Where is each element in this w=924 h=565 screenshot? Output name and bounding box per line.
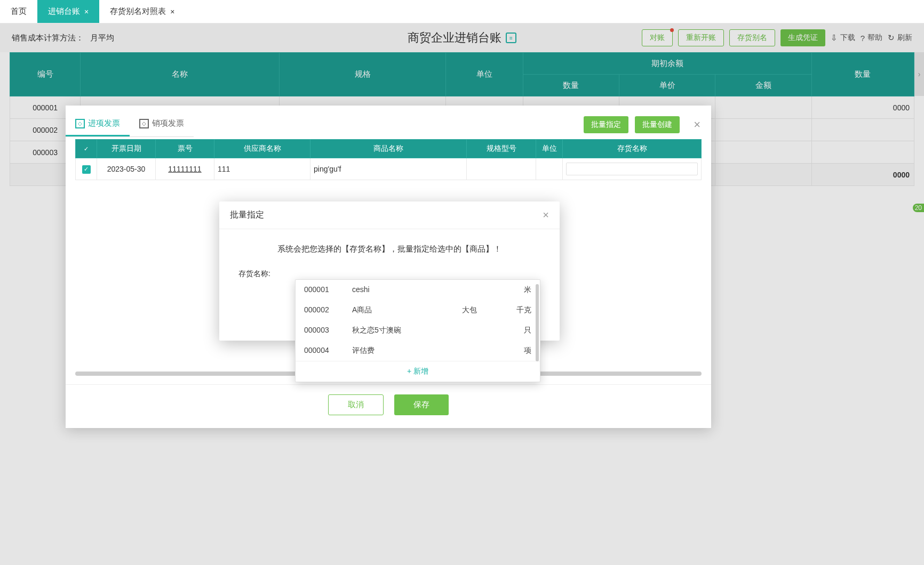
tab-home[interactable]: 首页	[0, 0, 37, 23]
col-amount: 金额	[715, 75, 811, 96]
gen-voucher-button[interactable]: 生成凭证	[780, 29, 825, 46]
stock-input[interactable]	[566, 163, 698, 175]
col-spec: 规格	[279, 53, 446, 96]
dropdown-item[interactable]: 000003 秋之恋5寸澳碗 只	[296, 320, 540, 341]
download-button[interactable]: ⇩ 下载	[831, 33, 855, 43]
dropdown-add[interactable]: + 新增	[296, 361, 540, 382]
col-unit: 单位	[536, 140, 563, 158]
download-icon: ⇩	[831, 33, 838, 43]
col-date: 开票日期	[97, 140, 156, 158]
badge: 20	[913, 204, 924, 212]
col-qty: 数量	[523, 75, 619, 96]
modal-title: 批量指定	[230, 209, 264, 221]
batch-create-button[interactable]: 批量创建	[635, 116, 680, 133]
invoice-no-link[interactable]: 11111111	[156, 158, 214, 180]
invoice-tab-out[interactable]: 销项发票	[130, 112, 194, 136]
invoice-row[interactable]: ✓ 2023-05-30 11111111 111 ping'gu'f	[76, 158, 702, 180]
scrollbar[interactable]	[536, 284, 539, 361]
box-icon	[139, 119, 149, 128]
col-name: 名称	[81, 53, 280, 96]
tab-ledger[interactable]: 进销台账 ×	[37, 0, 99, 23]
reopen-button[interactable]: 重新开账	[678, 29, 724, 46]
toolbar: 销售成本计算方法： 月平均 商贸企业进销台账 对账 重新开账 存货别名 生成凭证…	[0, 23, 924, 52]
checkbox[interactable]: ✓	[82, 165, 91, 174]
col-id: 编号	[10, 53, 81, 96]
col-spec: 规格型号	[467, 140, 536, 158]
close-icon[interactable]: ×	[543, 209, 549, 221]
col-qty2: 数量	[811, 53, 914, 96]
reconcile-button[interactable]: 对账	[642, 29, 673, 46]
col-unit: 单位	[446, 53, 523, 96]
close-icon[interactable]: ×	[170, 7, 174, 16]
close-icon[interactable]: ×	[84, 7, 89, 16]
col-product: 商品名称	[310, 140, 467, 158]
save-button[interactable]: 保存	[394, 394, 449, 415]
refresh-icon: ↻	[888, 33, 895, 43]
tab-alias-label: 存货别名对照表	[110, 6, 166, 17]
tab-alias[interactable]: 存货别名对照表 ×	[99, 0, 185, 23]
refresh-button[interactable]: ↻ 刷新	[888, 33, 912, 43]
col-supplier: 供应商名称	[214, 140, 310, 158]
close-icon[interactable]: ×	[694, 118, 700, 132]
list-icon[interactable]	[506, 33, 516, 43]
dropdown-item[interactable]: 000001 ceshi 米	[296, 280, 540, 300]
stock-label: 存货名称:	[238, 269, 540, 279]
help-button[interactable]: ? 帮助	[861, 33, 882, 43]
col-opening: 期初余额	[523, 53, 811, 75]
invoice-tab-in[interactable]: 进项发票	[66, 112, 130, 136]
method-label: 销售成本计算方法： 月平均	[12, 33, 114, 43]
col-no: 票号	[156, 140, 214, 158]
help-icon: ?	[861, 34, 865, 43]
modal-message: 系统会把您选择的【存货名称】，批量指定给选中的【商品】！	[238, 244, 540, 254]
stock-dropdown: 000001 ceshi 米 000002 A商品 大包 千克 000003 秋…	[295, 279, 540, 382]
box-icon	[75, 119, 85, 128]
dropdown-item[interactable]: 000004 评估费 项	[296, 341, 540, 361]
cancel-button[interactable]: 取消	[328, 394, 384, 415]
col-stock: 存货名称	[563, 140, 702, 158]
page-title: 商贸企业进销台账	[408, 30, 516, 46]
alias-button[interactable]: 存货别名	[729, 29, 775, 46]
tabs-bar: 首页 进销台账 × 存货别名对照表 ×	[0, 0, 924, 23]
expand-icon[interactable]: ›	[914, 52, 924, 96]
col-price: 单价	[619, 75, 715, 96]
tab-ledger-label: 进销台账	[48, 6, 80, 17]
col-check[interactable]: ✓	[76, 140, 97, 158]
dropdown-item[interactable]: 000002 A商品 大包 千克	[296, 300, 540, 320]
batch-assign-button[interactable]: 批量指定	[584, 116, 628, 133]
